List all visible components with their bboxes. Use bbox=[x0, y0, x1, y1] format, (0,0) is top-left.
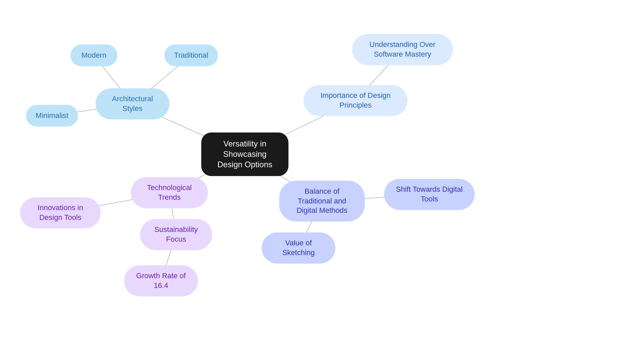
node-sustainability: Sustainability Focus bbox=[140, 219, 212, 250]
mindmap-container: Versatility in Showcasing Design Options… bbox=[0, 0, 644, 363]
node-modern: Modern bbox=[70, 45, 117, 66]
node-value_sketching: Value of Sketching bbox=[262, 232, 335, 263]
node-understanding: Understanding Over Software Mastery bbox=[352, 34, 453, 65]
node-innovations: Innovations in Design Tools bbox=[20, 197, 101, 228]
node-growth_rate: Growth Rate of 16.4 bbox=[124, 265, 198, 296]
node-traditional: Traditional bbox=[164, 45, 218, 66]
node-tech_trends: Technological Trends bbox=[131, 177, 208, 208]
node-importance_design: Importance of Design Principles bbox=[304, 85, 408, 116]
center-node: Versatility in Showcasing Design Options bbox=[201, 132, 288, 176]
node-balance: Balance of Traditional and Digital Metho… bbox=[279, 181, 365, 222]
node-minimalist: Minimalist bbox=[26, 105, 78, 127]
node-shift_digital: Shift Towards Digital Tools bbox=[384, 179, 475, 210]
node-arch_styles: Architectural Styles bbox=[96, 88, 169, 119]
